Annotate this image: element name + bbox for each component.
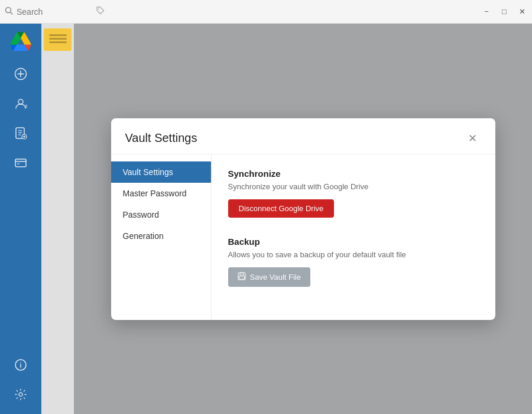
nav-item-vault-settings[interactable]: Vault Settings: [111, 161, 211, 183]
maximize-button[interactable]: □: [499, 7, 510, 17]
disconnect-google-drive-button[interactable]: Disconnect Google Drive: [228, 199, 335, 218]
vault-settings-modal: Vault Settings ✕ Vault Settings Master P…: [111, 118, 495, 320]
main-layout: Vault Settings ✕ Vault Settings Master P…: [0, 24, 532, 414]
search-input[interactable]: [17, 7, 87, 17]
modal-title: Vault Settings: [125, 131, 197, 145]
nav-item-generation[interactable]: Generation: [111, 225, 211, 247]
sidebar-bottom: [7, 351, 34, 408]
save-icon: [238, 272, 246, 282]
sidebar-item-documents[interactable]: [7, 119, 34, 147]
sidebar-item-info[interactable]: [7, 351, 34, 379]
svg-point-22: [19, 393, 22, 396]
modal-body: Vault Settings Master Password Password …: [111, 154, 495, 320]
nav-item-master-password[interactable]: Master Password: [111, 183, 211, 204]
minimize-button[interactable]: −: [481, 7, 492, 17]
sidebar: [0, 24, 41, 414]
synchronize-title: Synchronize: [228, 169, 479, 179]
window-close-button[interactable]: ✕: [517, 7, 527, 17]
search-area: [5, 6, 481, 17]
svg-line-1: [11, 12, 13, 15]
backup-desc: Allows you to save a backup of your defa…: [228, 250, 479, 259]
note-card: [44, 28, 72, 51]
window-controls: − □ ✕: [481, 7, 527, 17]
sidebar-item-add[interactable]: [7, 60, 34, 88]
backup-title: Backup: [228, 237, 479, 247]
search-icon: [5, 7, 13, 17]
synchronize-section: Synchronize Synchronize your vault with …: [228, 169, 479, 218]
save-vault-file-label: Save Vault File: [250, 273, 301, 282]
nav-item-password[interactable]: Password: [111, 204, 211, 225]
sidebar-item-settings[interactable]: [7, 381, 34, 408]
svg-rect-16: [15, 159, 26, 167]
sidebar-item-cards[interactable]: [7, 149, 34, 176]
note-strip: [41, 24, 74, 414]
synchronize-desc: Synchronize your vault with Google Drive: [228, 182, 479, 191]
titlebar: − □ ✕: [0, 0, 532, 24]
sidebar-item-account[interactable]: [7, 90, 34, 117]
backup-section: Backup Allows you to save a backup of yo…: [228, 237, 479, 287]
modal-header: Vault Settings ✕: [111, 118, 495, 154]
app-logo: [9, 30, 33, 53]
save-vault-file-button[interactable]: Save Vault File: [228, 267, 310, 287]
svg-rect-24: [240, 273, 244, 275]
settings-nav: Vault Settings Master Password Password …: [111, 154, 212, 320]
settings-content: Synchronize Synchronize your vault with …: [212, 154, 495, 320]
modal-overlay: Vault Settings ✕ Vault Settings Master P…: [74, 24, 532, 414]
tag-icon: [96, 6, 105, 17]
modal-close-button[interactable]: ✕: [465, 130, 481, 147]
svg-point-21: [20, 363, 21, 364]
svg-rect-25: [239, 276, 244, 279]
svg-point-2: [98, 8, 99, 9]
svg-point-6: [18, 99, 23, 104]
